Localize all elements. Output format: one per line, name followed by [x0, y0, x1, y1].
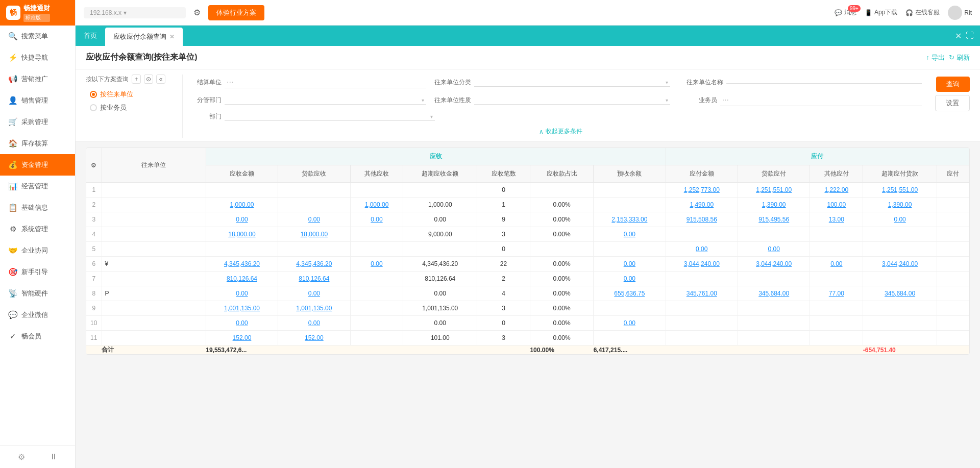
sidebar-item-wechat[interactable]: 💬 企业微信 [0, 304, 75, 326]
filter-input-salesperson[interactable]: ··· [720, 94, 922, 106]
row-prepaid-balance[interactable]: 0.00 [594, 272, 666, 286]
row-receivable[interactable]: 18,000.00 [206, 227, 278, 242]
row-overdue-payable[interactable]: 0.00 [863, 212, 937, 227]
row-receivable[interactable]: 0.00 [206, 316, 278, 331]
row-other-receivable[interactable]: 0.00 [350, 257, 403, 272]
row-payable[interactable]: 1,252,773.00 [666, 183, 738, 198]
row-receivable[interactable]: 810,126.64 [206, 272, 278, 286]
sidebar-collapse-icon[interactable]: ⏸ [47, 451, 60, 463]
sidebar-item-member[interactable]: ✓ 畅会员 [0, 326, 75, 347]
query-button[interactable]: 查询 [936, 77, 970, 92]
filter-setting-button[interactable]: ⊙ [144, 75, 153, 84]
total-receivable[interactable]: 19,553,472,6... [206, 346, 278, 355]
sidebar-item-system[interactable]: ⚙ 系统管理 [0, 218, 75, 240]
row-other-payable[interactable]: 13.00 [810, 212, 863, 227]
row-loan-payable[interactable]: 1,390.00 [738, 198, 810, 212]
row-payable[interactable]: 1,490.00 [666, 198, 738, 212]
filter-select-partner-nature[interactable]: ▾ [474, 96, 670, 105]
filter-add-button[interactable]: + [132, 75, 141, 84]
row-payable[interactable]: 915,508.56 [666, 212, 738, 227]
sidebar-item-search-menu[interactable]: 🔍 搜索菜单 [0, 26, 75, 47]
row-receivable[interactable]: 1,001,135.00 [206, 301, 278, 316]
filter-collapse-button[interactable]: « [156, 75, 165, 84]
filter-input-partner-name[interactable] [726, 81, 922, 84]
sidebar-item-enterprise[interactable]: 🤝 企业协同 [0, 240, 75, 261]
row-other-payable[interactable]: 77.00 [810, 286, 863, 301]
messages-button[interactable]: 💬 消息 99+ [835, 8, 856, 17]
row-loan-receivable[interactable]: 1,001,135.00 [278, 301, 350, 316]
solution-button[interactable]: 体验行业方案 [208, 5, 264, 20]
row-loan-receivable[interactable]: 0.00 [278, 286, 350, 301]
enterprise-icon: 🤝 [8, 246, 17, 255]
filter-select-department[interactable]: ▾ [225, 113, 435, 121]
row-other-receivable[interactable]: 0.00 [350, 212, 403, 227]
row-prepaid-balance[interactable]: 655,636.75 [594, 286, 666, 301]
filter-option-by-unit[interactable]: 按往来单位 [86, 88, 177, 101]
topbar-gear-icon[interactable]: ⚙ [190, 6, 204, 20]
row-prepaid-balance[interactable]: 0.00 [594, 257, 666, 272]
row-payable[interactable]: 0.00 [666, 242, 738, 257]
row-payable[interactable]: 3,044,240.00 [666, 257, 738, 272]
row-loan-payable[interactable]: 915,495.56 [738, 212, 810, 227]
user-info[interactable]: Rit [948, 6, 972, 20]
tab-close-icon[interactable]: ✕ [169, 33, 175, 40]
filter-input-settlement[interactable]: ··· [225, 77, 426, 88]
refresh-button[interactable]: ↻ 刷新 [949, 53, 970, 62]
row-overdue-payable[interactable]: 3,044,240.00 [863, 257, 937, 272]
row-overdue-payable[interactable]: 345,684.00 [863, 286, 937, 301]
row-other-payable[interactable]: 0.00 [810, 257, 863, 272]
row-loan-receivable[interactable]: 0.00 [278, 212, 350, 227]
sidebar-item-inventory[interactable]: 🏠 库存核算 [0, 133, 75, 154]
sidebar-item-sales[interactable]: 👤 销售管理 [0, 90, 75, 111]
row-loan-receivable[interactable]: 4,345,436.20 [278, 257, 350, 272]
app-download-button[interactable]: 📱 App下载 [865, 8, 897, 17]
row-loan-payable[interactable]: 3,044,240.00 [738, 257, 810, 272]
row-other-payable[interactable]: 100.00 [810, 198, 863, 212]
row-other-receivable[interactable]: 1,000.00 [350, 198, 403, 212]
row-overdue-payable[interactable]: 1,251,551.00 [863, 183, 937, 198]
filter-option-by-salesperson[interactable]: 按业务员 [86, 101, 177, 114]
filter-select-partner-category[interactable]: ▾ [474, 79, 670, 87]
row-overdue-payable[interactable]: 1,390.00 [863, 198, 937, 212]
sidebar-settings-icon[interactable]: ⚙ [15, 451, 28, 463]
tab-maximize-icon[interactable]: ⛶ [966, 31, 974, 40]
tab-query[interactable]: 应收应付余额查询 ✕ [105, 28, 183, 46]
row-receivable[interactable]: 152.00 [206, 331, 278, 346]
row-receivable[interactable]: 0.00 [206, 212, 278, 227]
online-service-button[interactable]: 🎧 在线客服 [905, 8, 940, 17]
sidebar-item-purchase[interactable]: 🛒 采购管理 [0, 111, 75, 133]
sidebar-item-finance[interactable]: 💰 资金管理 [0, 154, 75, 176]
row-loan-payable[interactable]: 0.00 [738, 242, 810, 257]
table-row: 30.000.000.000.0090.00%2,153,333.00915,5… [86, 212, 969, 227]
row-loan-receivable[interactable]: 18,000.00 [278, 227, 350, 242]
row-payable[interactable]: 345,761.00 [666, 286, 738, 301]
sidebar-item-operations[interactable]: 📊 经营管理 [0, 176, 75, 197]
tab-home[interactable]: 首页 [76, 26, 105, 46]
row-other-payable[interactable]: 1,222.00 [810, 183, 863, 198]
sidebar-item-basic-info[interactable]: 📋 基础信息 [0, 197, 75, 218]
row-receivable[interactable]: 4,345,436.20 [206, 257, 278, 272]
row-loan-receivable[interactable]: 0.00 [278, 316, 350, 331]
row-prepaid-balance[interactable]: 2,153,333.00 [594, 212, 666, 227]
sidebar-item-quick-nav[interactable]: ⚡ 快捷导航 [0, 47, 75, 68]
address-dropdown-icon[interactable]: ▾ [124, 9, 127, 16]
row-prepaid-balance[interactable]: 0.00 [594, 316, 666, 331]
collapse-button[interactable]: ∧ 收起更多条件 [539, 127, 582, 136]
table-settings-icon[interactable]: ⚙ [91, 162, 96, 169]
row-loan-receivable[interactable]: 152.00 [278, 331, 350, 346]
row-loan-payable[interactable]: 345,684.00 [738, 286, 810, 301]
total-prepaid-balance[interactable]: 6,417,215.... [594, 346, 666, 355]
logo-icon: 畅 [6, 6, 20, 20]
row-receivable[interactable]: 1,000.00 [206, 198, 278, 212]
sidebar-item-smart-hw[interactable]: 📡 智能硬件 [0, 283, 75, 304]
row-prepaid-balance[interactable]: 0.00 [594, 227, 666, 242]
row-loan-receivable[interactable]: 810,126.64 [278, 272, 350, 286]
row-loan-payable[interactable]: 1,251,551.00 [738, 183, 810, 198]
filter-select-dept[interactable]: ▾ [225, 96, 426, 105]
export-button[interactable]: ↑ 导出 [926, 53, 945, 62]
tab-close-window-icon[interactable]: ✕ [955, 31, 962, 41]
row-receivable[interactable]: 0.00 [206, 286, 278, 301]
set-button[interactable]: 设置 [935, 95, 970, 111]
sidebar-item-guide[interactable]: 🎯 新手引导 [0, 261, 75, 283]
sidebar-item-marketing[interactable]: 📢 营销推广 [0, 68, 75, 90]
